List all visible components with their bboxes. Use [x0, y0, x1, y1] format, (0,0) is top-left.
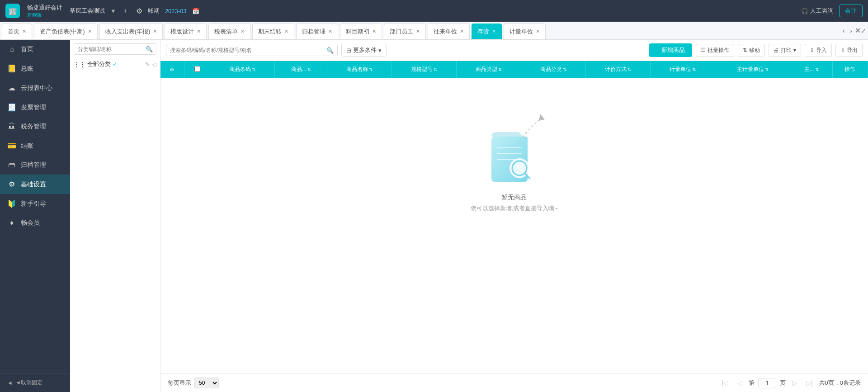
- tab-close-balance[interactable]: ✕: [88, 28, 92, 34]
- tab-close-tax[interactable]: ✕: [241, 28, 245, 34]
- col-header-spec[interactable]: 规格型号⇅: [392, 61, 457, 78]
- sidebar-item-close[interactable]: 💳 结账: [0, 136, 70, 156]
- sidebar-item-basic[interactable]: ⚙ 基础设置: [0, 175, 70, 194]
- col-header-pricing[interactable]: 计价方式⇅: [586, 61, 651, 78]
- batch-operation-button[interactable]: ☰ 批量操作: [696, 44, 734, 57]
- tab-close-income[interactable]: ✕: [153, 28, 157, 34]
- col-header-unit[interactable]: 计量单位⇅: [651, 61, 715, 78]
- first-page-button[interactable]: |◁: [719, 378, 731, 387]
- next-page-button[interactable]: ▷: [789, 378, 800, 387]
- sidebar-item-archive[interactable]: 🗃 归档管理: [0, 156, 70, 175]
- empty-sub-text: 您可以选择新增,或者直接导入哦~: [471, 204, 558, 213]
- ledger-icon: 📒: [7, 64, 16, 73]
- archive-icon: 🗃: [7, 161, 16, 169]
- category-edit-icon[interactable]: ✎: [145, 61, 150, 68]
- tab-inventory[interactable]: 存货✕: [472, 24, 502, 39]
- left-panel: 🔍 ⋮⋮ 全部分类 ✓ ✎ ◁: [70, 40, 160, 392]
- tab-dept_emp[interactable]: 部门员工✕: [384, 24, 426, 39]
- tab-unit[interactable]: 计量单位✕: [504, 24, 546, 39]
- top-bar-right: 🎧 人工咨询 会计: [801, 5, 863, 17]
- category-search-icon[interactable]: 🔍: [146, 46, 153, 52]
- sort-icon-main_unit: ⇅: [765, 67, 769, 72]
- consult-button[interactable]: 🎧 人工咨询: [801, 7, 834, 15]
- category-collapse-icon[interactable]: ◁: [152, 61, 156, 68]
- prev-page-button[interactable]: ◁: [735, 378, 745, 387]
- table-settings-icon[interactable]: ⚙: [170, 66, 175, 73]
- sidebar-item-member[interactable]: ♦ 畅会员: [0, 213, 70, 232]
- page-number-input[interactable]: [758, 378, 776, 388]
- unpin-sidebar-button[interactable]: ◄ ◄取消固定: [0, 373, 70, 392]
- tab-income[interactable]: 收入支出表(年报)✕: [99, 24, 163, 39]
- category-search-input[interactable]: [78, 46, 146, 52]
- sidebar-label-tax: 税务管理: [21, 123, 46, 131]
- page-suffix: 页: [780, 379, 786, 387]
- tab-label: 资产负债表(中期): [40, 28, 85, 36]
- tab-close-period_end[interactable]: ✕: [284, 28, 288, 34]
- category-all-label[interactable]: ⋮⋮ 全部分类 ✓: [74, 60, 117, 68]
- col-header-code[interactable]: 商品...⇅: [275, 61, 327, 78]
- sidebar-item-reports[interactable]: ☁ 云报表中心: [0, 78, 70, 98]
- tab-close-inventory[interactable]: ✕: [492, 28, 496, 34]
- tab-home[interactable]: 首页✕: [2, 24, 32, 39]
- sidebar-item-invoice[interactable]: 🧾 发票管理: [0, 98, 70, 117]
- col-header-barcode[interactable]: 商品条码⇅: [210, 61, 275, 78]
- calendar-icon[interactable]: 📅: [192, 8, 199, 14]
- account-type-button[interactable]: 会计: [839, 5, 863, 17]
- import-icon: ⇪: [810, 47, 814, 53]
- tab-label: 科目期初: [346, 28, 369, 36]
- sidebar-item-home[interactable]: ⌂ 首页: [0, 40, 70, 59]
- sidebar: ⌂ 首页 📒 总账 ☁ 云报表中心 🧾 发票管理 🏛 税务管理 💳 结账 🗃 归…: [0, 40, 70, 392]
- page-size-select[interactable]: 501020100: [194, 378, 219, 388]
- tab-scroll-left-button[interactable]: ‹: [840, 25, 848, 36]
- tab-template[interactable]: 模版设计✕: [165, 24, 207, 39]
- add-tab-button[interactable]: ＋: [120, 5, 131, 18]
- print-button[interactable]: 🖨 打印 ▾: [769, 44, 801, 57]
- tab-close-subject_init[interactable]: ✕: [372, 28, 376, 34]
- new-product-button[interactable]: + 新增商品: [649, 43, 692, 57]
- export-button[interactable]: ⇩ 导出: [835, 44, 863, 57]
- org-dropdown-icon[interactable]: ▼: [110, 8, 116, 14]
- tab-subject_init[interactable]: 科目期初✕: [340, 24, 382, 39]
- settings-icon-button[interactable]: ⚙: [134, 5, 144, 17]
- tab-archive_mgr[interactable]: 归档管理✕: [296, 24, 338, 39]
- close-all-tabs-button[interactable]: ✕: [855, 26, 861, 35]
- tab-close-unit[interactable]: ✕: [536, 28, 540, 34]
- tab-close-counter_party[interactable]: ✕: [460, 28, 464, 34]
- tab-balance[interactable]: 资产负债表(中期)✕: [34, 24, 98, 39]
- tab-close-archive_mgr[interactable]: ✕: [328, 28, 332, 34]
- tab-counter_party[interactable]: 往来单位✕: [428, 24, 470, 39]
- sidebar-item-ledger[interactable]: 📒 总账: [0, 59, 70, 78]
- col-header-name[interactable]: 商品名称⇅: [327, 61, 392, 78]
- product-search-icon[interactable]: 🔍: [326, 47, 334, 54]
- col-header-col3[interactable]: 主...⇅: [790, 61, 832, 78]
- col-header-main_unit[interactable]: 主计量单位⇅: [715, 61, 790, 78]
- tab-label: 首页: [8, 28, 19, 36]
- sidebar-item-tax[interactable]: 🏛 税务管理: [0, 117, 70, 136]
- tab-close-dept_emp[interactable]: ✕: [416, 28, 420, 34]
- tab-expand-button[interactable]: ⤢: [861, 27, 866, 34]
- total-info: 共0页，0条记录: [819, 379, 861, 387]
- move-button[interactable]: ⇅ 移动: [738, 44, 765, 57]
- sidebar-item-guide[interactable]: 🔰 新手引导: [0, 194, 70, 213]
- select-all-checkbox[interactable]: [194, 66, 200, 72]
- last-page-button[interactable]: ▷|: [803, 378, 816, 387]
- more-conditions-button[interactable]: ⊟ 更多条件 ▾: [341, 44, 387, 57]
- tab-scroll-right-button[interactable]: ›: [847, 25, 855, 36]
- import-button[interactable]: ⇪ 导入: [805, 44, 832, 57]
- col-label-pricing: 计价方式: [605, 66, 627, 72]
- sidebar-label-reports: 云报表中心: [21, 84, 52, 92]
- tab-close-template[interactable]: ✕: [197, 28, 201, 34]
- col-header-type[interactable]: 商品类型⇅: [457, 61, 521, 78]
- tab-close-home[interactable]: ✕: [22, 28, 26, 34]
- sidebar-label-guide: 新手引导: [21, 200, 46, 208]
- tab-tax[interactable]: 税表清单✕: [208, 24, 250, 39]
- sidebar-label-close: 结账: [21, 142, 33, 150]
- product-search-input[interactable]: [170, 47, 326, 53]
- move-icon: ⇅: [743, 47, 747, 53]
- table-header: ⚙商品条码⇅商品...⇅商品名称⇅规格型号⇅商品类型⇅商品分类⇅计价方式⇅计量单…: [160, 61, 868, 78]
- app-edition: 旗舰版: [27, 12, 62, 19]
- col-header-category[interactable]: 商品分类⇅: [521, 61, 586, 78]
- batch-op-label: 批量操作: [708, 47, 729, 54]
- tab-period_end[interactable]: 期末结转✕: [252, 24, 294, 39]
- sidebar-label-archive: 归档管理: [21, 161, 46, 169]
